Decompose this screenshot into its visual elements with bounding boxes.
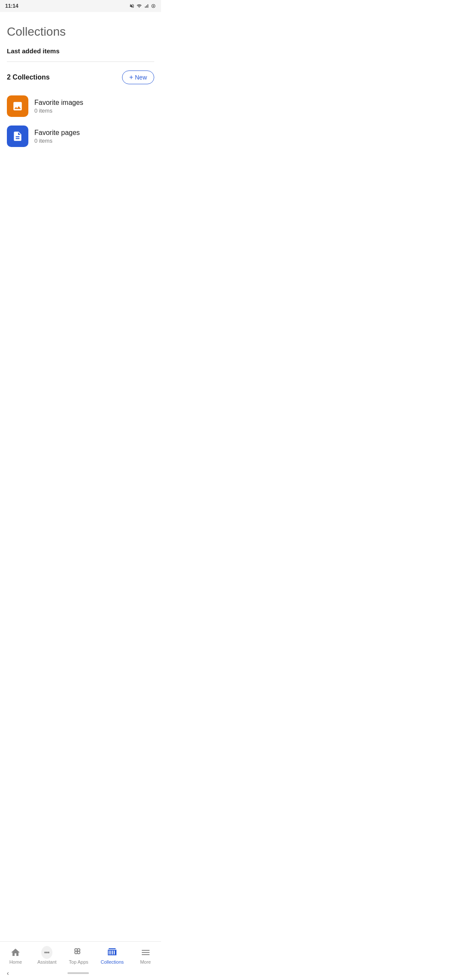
collection-name-pages: Favorite pages bbox=[34, 129, 80, 137]
nav-item-more[interactable]: More bbox=[133, 945, 159, 966]
collections-count: 2 Collections bbox=[7, 74, 50, 81]
more-nav-icon bbox=[140, 947, 151, 958]
collection-count-pages: 0 items bbox=[34, 138, 80, 144]
status-bar: 11:14 bbox=[0, 0, 161, 12]
nav-label-home: Home bbox=[9, 959, 22, 965]
collection-name-images: Favorite images bbox=[34, 99, 83, 107]
mute-icon bbox=[129, 3, 134, 9]
image-icon bbox=[12, 101, 23, 112]
collections-icon bbox=[107, 947, 117, 958]
top-apps-icon bbox=[73, 947, 84, 958]
home-icon bbox=[10, 947, 21, 958]
collection-info-pages: Favorite pages 0 items bbox=[34, 129, 80, 144]
gesture-pill bbox=[67, 972, 89, 974]
collection-icon-images bbox=[7, 95, 28, 117]
svg-point-3 bbox=[46, 952, 48, 953]
last-added-label: Last added items bbox=[7, 47, 154, 62]
collections-list: Favorite images 0 items Favorite pages 0… bbox=[7, 91, 154, 151]
last-added-section: Last added items bbox=[7, 47, 154, 62]
main-content: Collections Last added items 2 Collectio… bbox=[0, 12, 161, 194]
svg-point-1 bbox=[153, 6, 154, 7]
svg-point-4 bbox=[48, 952, 49, 953]
nav-label-top-apps: Top Apps bbox=[69, 959, 88, 965]
collections-nav-icon bbox=[107, 947, 118, 958]
new-button-label: New bbox=[135, 74, 147, 81]
wifi-icon bbox=[136, 3, 142, 9]
bottom-nav-container: Home Assistant bbox=[0, 941, 161, 980]
gesture-row: ‹ bbox=[0, 968, 161, 980]
more-icon bbox=[140, 947, 151, 958]
collections-header: 2 Collections + New bbox=[7, 70, 154, 84]
nav-item-home[interactable]: Home bbox=[3, 945, 28, 966]
nav-item-collections[interactable]: Collections bbox=[97, 945, 127, 966]
nav-item-top-apps[interactable]: Top Apps bbox=[65, 945, 92, 966]
collection-item-favorite-images[interactable]: Favorite images 0 items bbox=[7, 91, 154, 121]
status-time: 11:14 bbox=[5, 3, 18, 9]
svg-point-8 bbox=[77, 951, 80, 954]
back-gesture-icon[interactable]: ‹ bbox=[7, 970, 9, 977]
nav-item-assistant[interactable]: Assistant bbox=[34, 945, 60, 966]
new-button[interactable]: + New bbox=[122, 70, 154, 84]
pages-icon bbox=[12, 131, 23, 142]
top-apps-nav-icon bbox=[73, 947, 84, 958]
nav-label-more: More bbox=[140, 959, 151, 965]
collection-info-images: Favorite images 0 items bbox=[34, 99, 83, 114]
status-icons bbox=[129, 3, 156, 9]
assistant-nav-icon bbox=[41, 947, 52, 958]
signal-icon bbox=[144, 3, 149, 9]
nav-label-assistant: Assistant bbox=[37, 959, 57, 965]
new-button-plus-icon: + bbox=[129, 74, 133, 81]
assistant-icon-wrapper bbox=[41, 946, 52, 959]
collection-item-favorite-pages[interactable]: Favorite pages 0 items bbox=[7, 121, 154, 151]
svg-point-2 bbox=[44, 952, 46, 953]
collection-count-images: 0 items bbox=[34, 107, 83, 114]
page-title: Collections bbox=[7, 25, 154, 39]
bottom-nav: Home Assistant bbox=[0, 941, 161, 968]
record-icon bbox=[151, 3, 156, 9]
collection-icon-pages bbox=[7, 126, 28, 147]
nav-label-collections: Collections bbox=[101, 959, 124, 965]
assistant-icon bbox=[42, 947, 52, 958]
home-nav-icon bbox=[10, 947, 21, 958]
